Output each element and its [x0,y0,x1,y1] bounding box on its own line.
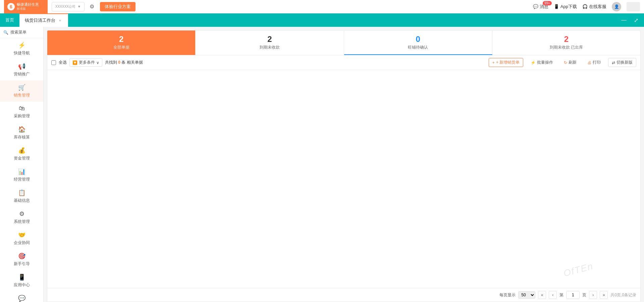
switch-version-button[interactable]: ⇄ 切换新版 [608,58,636,67]
found-prefix: 共找到 [105,60,117,65]
page-number-input[interactable] [566,291,580,299]
company-selector[interactable]: XXXXXX公司 ▼ [52,2,85,11]
stat-num-overdue-out: 2 [564,35,569,44]
select-all-checkbox[interactable] [51,60,56,65]
next-page-icon: › [592,293,594,297]
found-suffix: 条 相关单据 [121,60,143,65]
first-page-icon: « [541,293,543,297]
stat-tab-wangpu[interactable]: 0 旺铺待确认 [344,31,492,55]
basic-info-icon: 📋 [18,189,25,196]
stat-label-all: 全部单据 [113,45,129,50]
toolbar: 全选 🔽 更多条件 ∨ 共找到 0 条 相关单据 + + 新增销货单 ⚡ 批量操… [47,55,641,70]
stat-tab-overdue[interactable]: 2 到期未收款 [196,31,344,55]
dropdown-icon: ▼ [77,5,81,8]
sidebar-item-purchase[interactable]: 🛍 采购管理 [0,102,43,122]
sidebar-item-marketing[interactable]: 📢 营销推广 [0,59,43,80]
wechat-icon: 💬 [18,295,25,302]
next-page-button[interactable]: › [589,291,597,299]
prev-page-icon: ‹ [552,293,553,297]
operations-icon: 📊 [18,168,25,175]
company-name: XXXXXX公司 [55,4,75,9]
refresh-button[interactable]: ↻ 刷新 [560,58,580,67]
sidebar-item-newbie[interactable]: 🎯 新手引导 [0,249,43,270]
gear-icon: ⚙ [90,3,94,10]
tab-workbench[interactable]: 钱货日清工作台 × [19,13,68,27]
main-layout: 🔍 搜索菜单 ⚡ 快捷导航 📢 营销推广 🛒 销售管理 🛍 采购管理 🏠 库存核… [0,27,644,302]
top-right-area: 💬 消息 99+ 📱 App下载 🎧 在线客服 👤 [533,2,640,11]
sidebar-item-inventory[interactable]: 🏠 库存核算 [0,122,43,143]
stat-tab-overdue-out[interactable]: 2 到期未收款 已出库 [492,31,640,55]
stat-tab-all[interactable]: 2 全部单据 [47,31,196,55]
batch-operation-button[interactable]: ⚡ 批量操作 [527,58,556,67]
sidebar-item-wechat[interactable]: 💬 企业微信 [0,291,43,302]
message-icon: 💬 [533,4,538,9]
online-service-label: 在线客服 [589,4,606,10]
message-item[interactable]: 💬 消息 99+ [533,4,548,10]
first-page-button[interactable]: « [538,291,546,299]
sidebar-label-newbie: 新手引导 [14,261,30,267]
sidebar-item-quick-nav[interactable]: ⚡ 快捷导航 [0,38,43,59]
service-icon: 🎧 [582,4,588,9]
switch-icon: ⇄ [612,60,615,65]
filter-button[interactable]: 🔽 更多条件 ∨ [69,58,102,67]
filter-icon: 🔽 [72,60,77,65]
home-tab-label: 首页 [5,17,14,23]
enterprise-icon: 🤝 [18,231,25,239]
stat-num-wangpu: 0 [416,35,420,44]
top-bar: 6 畅捷通好生意 标准版 XXXXXX公司 ▼ ⚙ 体验行业方案 💬 消息 99… [0,0,644,13]
search-label: 搜索菜单 [10,29,26,35]
sidebar-item-basic-info[interactable]: 📋 基础信息 [0,186,43,207]
add-sales-order-button[interactable]: + + 新增销货单 [489,58,523,67]
sidebar-item-operations[interactable]: 📊 经营管理 [0,165,43,186]
stats-tabs: 2 全部单据 2 到期未收款 0 旺铺待确认 2 到期未收款 已出库 [47,30,641,55]
sales-icon: 🛒 [18,84,25,91]
sidebar-label-quick-nav: 快捷导航 [14,50,30,56]
online-service-item[interactable]: 🎧 在线客服 [582,4,606,10]
maximize-icon: ⤢ [634,17,638,23]
avatar[interactable]: 👤 [612,2,621,11]
sidebar-label-system: 系统管理 [14,219,30,225]
minimize-icon: — [621,17,627,23]
nav-tabs-right: — ⤢ [619,15,644,25]
toolbar-right: + + 新增销货单 ⚡ 批量操作 ↻ 刷新 🖨 打印 ⇄ 切换新版 [489,58,636,67]
batch-icon: ⚡ [531,60,536,65]
logo-area: 6 畅捷通好生意 标准版 [4,0,48,13]
nav-tabs: 首页 钱货日清工作台 × — ⤢ [0,13,644,27]
tab-minimize-btn[interactable]: — [619,15,629,25]
sidebar-label-marketing: 营销推广 [14,71,30,77]
sidebar-label-sales: 销售管理 [14,93,30,98]
search-icon: 🔍 [3,30,8,35]
add-btn-label: + 新增销货单 [496,60,520,65]
page-size-select[interactable]: 50 100 200 [518,291,535,299]
tab-home[interactable]: 首页 [0,13,19,27]
tab-maximize-btn[interactable]: ⤢ [631,15,641,25]
message-badge: 99+ [543,1,552,5]
last-page-button[interactable]: » [600,291,608,299]
stat-label-overdue-out: 到期未收款 已出库 [550,45,583,50]
sidebar-label-finance: 资金管理 [14,156,30,161]
filter-chevron: ∨ [96,60,99,65]
trial-button[interactable]: 体验行业方案 [100,2,136,11]
quick-nav-icon: ⚡ [18,42,25,49]
sidebar-label-inventory: 库存核算 [14,134,30,140]
stat-num-overdue: 2 [267,35,272,44]
print-btn-label: 打印 [593,60,601,65]
sidebar-item-enterprise[interactable]: 🤝 企业协同 [0,228,43,249]
sidebar-item-sales[interactable]: 🛒 销售管理 [0,80,43,102]
purchase-icon: 🛍 [19,105,25,112]
settings-button[interactable]: ⚙ [87,2,97,11]
sidebar-item-finance[interactable]: 💰 资金管理 [0,143,43,165]
prev-page-button[interactable]: ‹ [549,291,557,299]
page-size-label: 每页显示 [499,292,516,298]
tab-close-icon[interactable]: × [57,18,63,23]
app-download-label: App下载 [560,4,577,10]
sidebar-item-app-center[interactable]: 📱 应用中心 [0,270,43,291]
refresh-icon: ↻ [564,60,567,65]
sidebar-search[interactable]: 🔍 搜索菜单 [0,27,43,38]
app-download-item[interactable]: 📱 App下载 [554,4,577,10]
workbench-tab-label: 钱货日清工作台 [25,17,55,23]
user-name-area[interactable] [627,2,640,11]
print-button[interactable]: 🖨 打印 [584,58,604,67]
system-icon: ⚙ [19,210,24,218]
sidebar-item-system[interactable]: ⚙ 系统管理 [0,207,43,228]
